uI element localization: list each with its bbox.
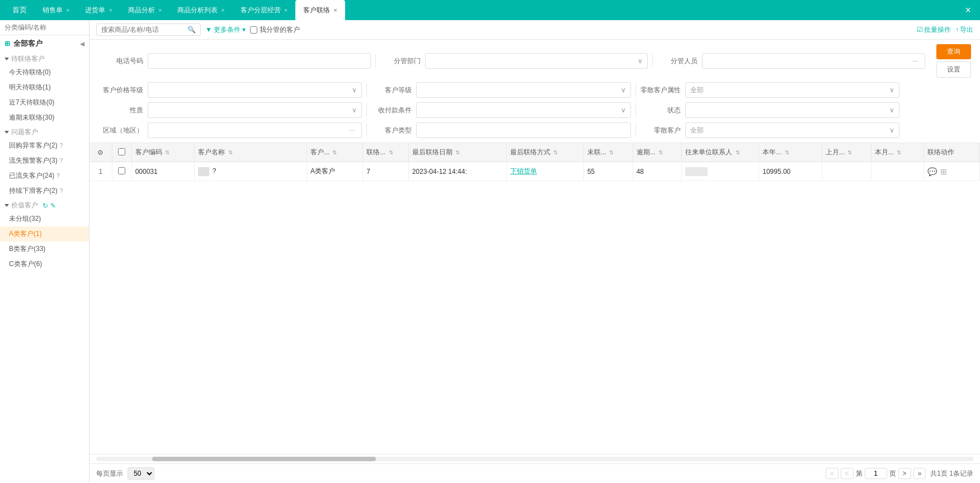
sidebar-item-today[interactable]: 今天待联络(0): [0, 65, 89, 80]
nav-tab-customer-tier[interactable]: 客户分层经营 ×: [233, 0, 295, 20]
retail-attr-select[interactable]: 全部 ∨: [685, 82, 899, 98]
close-tab-customer-tier[interactable]: ×: [284, 7, 288, 13]
nature-select[interactable]: ∨: [148, 102, 362, 118]
help-icon-loss-warning[interactable]: ?: [60, 158, 63, 164]
row-last-method[interactable]: 下销货单: [507, 162, 584, 181]
collapse-sidebar-icon[interactable]: ◀: [80, 41, 84, 47]
row-checkbox[interactable]: [118, 167, 125, 174]
dept-select[interactable]: ∨: [425, 53, 648, 69]
help-icon-lost[interactable]: ?: [56, 173, 60, 179]
sidebar-item-tomorrow[interactable]: 明天待联络(1): [0, 80, 89, 95]
select-all-col[interactable]: [112, 143, 131, 162]
sidebar-item-a-class[interactable]: A类客户(1): [0, 226, 89, 242]
nav-tab-analysis[interactable]: 商品分析 ×: [120, 0, 169, 20]
row-last-date: 2023-04-12 14:44:: [408, 162, 506, 181]
nav-tab-purchase[interactable]: 进货单 ×: [77, 0, 120, 20]
next-page-btn[interactable]: >: [898, 468, 911, 479]
sidebar-item-c-class[interactable]: C类客户(6): [0, 257, 89, 272]
settings-btn[interactable]: 设置: [936, 61, 971, 78]
col-overdue[interactable]: 逾期... ⇅: [633, 143, 682, 162]
sidebar-item-declining[interactable]: 持续下滑客户(2) ?: [0, 183, 89, 198]
col-name[interactable]: 客户名称 ⇅: [195, 143, 307, 162]
value-refresh-icon[interactable]: ↻: [43, 202, 48, 210]
page-number-input[interactable]: [865, 468, 887, 479]
phone-input[interactable]: [148, 53, 371, 69]
row-annual: 10995.00: [759, 162, 822, 181]
nav-tab-customer-contact[interactable]: 客户联络 ×: [295, 0, 345, 20]
row-checkbox-cell[interactable]: [112, 162, 131, 181]
sidebar-search-input[interactable]: [4, 23, 88, 31]
sort-annual-icon: ⇅: [785, 149, 789, 155]
col-last-month[interactable]: 上月... ⇅: [822, 143, 871, 162]
sidebar-item-loss-warning[interactable]: 流失预警客户(3) ?: [0, 153, 89, 168]
my-customers-checkbox[interactable]: 我分管的客户: [250, 25, 300, 35]
col-unit-contact[interactable]: 往来单位联系人 ⇅: [682, 143, 759, 162]
retail-customer-select[interactable]: 全部 ∨: [685, 122, 899, 138]
page-size-select[interactable]: 50: [128, 467, 154, 480]
select-all-checkbox[interactable]: [118, 148, 125, 155]
checkbox-batch-icon: ☑: [917, 26, 923, 34]
nav-tab-sales[interactable]: 销售单 ×: [35, 0, 77, 20]
col-not-contacted[interactable]: 未联... ⇅: [583, 143, 633, 162]
manager-dots[interactable]: ···: [910, 57, 920, 65]
region-dots[interactable]: ···: [347, 126, 357, 134]
sidebar-item-repurchase[interactable]: 回购异常客户(2) ?: [0, 138, 89, 153]
filter-status: 状态 ∨: [636, 102, 904, 118]
chat-action-icon[interactable]: 💬: [927, 167, 937, 176]
close-tab-purchase[interactable]: ×: [109, 7, 112, 13]
row-last-month: [822, 162, 871, 181]
sidebar-item-overdue[interactable]: 逾期未联络(30): [0, 110, 89, 125]
settings-col[interactable]: ⚙: [89, 143, 112, 162]
close-tab-customer-contact[interactable]: ×: [333, 7, 337, 13]
main-layout: 🔍 ⊞ 全部客户 ◀ 待联络客户 今天待联络(0) 明天待联络(1) 近7天待联…: [0, 20, 980, 483]
col-annual[interactable]: 本年... ⇅: [759, 143, 822, 162]
value-edit-icon[interactable]: ✎: [50, 202, 56, 210]
filter-search-input[interactable]: [101, 26, 185, 34]
col-this-month[interactable]: 本月... ⇅: [871, 143, 924, 162]
payment-chevron: ∨: [621, 106, 626, 114]
customer-type-select[interactable]: [416, 122, 630, 138]
col-contact[interactable]: 联络... ⇅: [363, 143, 408, 162]
sidebar-pending-group[interactable]: 待联络客户: [0, 52, 89, 65]
manager-select[interactable]: ···: [702, 53, 925, 69]
row-this-month: [871, 162, 924, 181]
help-icon-declining[interactable]: ?: [60, 188, 63, 194]
sidebar-item-ungrouped[interactable]: 未分组(32): [0, 211, 89, 226]
sidebar-item-b-class[interactable]: B类客户(33): [0, 242, 89, 257]
customer-level-select[interactable]: ∨: [416, 82, 630, 98]
region-select[interactable]: ···: [148, 122, 362, 138]
scrollbar-thumb[interactable]: [152, 457, 376, 461]
price-level-select[interactable]: ∨: [148, 82, 362, 98]
sidebar-value-group[interactable]: 价值客户 ↻ ✎: [0, 198, 89, 211]
close-tab-analysis-list[interactable]: ×: [221, 7, 224, 13]
last-page-btn[interactable]: »: [913, 468, 926, 479]
window-close-btn[interactable]: ×: [960, 4, 976, 16]
nav-home[interactable]: 首页: [4, 0, 35, 20]
batch-ops-btn[interactable]: ☑ 批量操作: [917, 25, 951, 35]
prev-page-btn[interactable]: <: [841, 468, 854, 479]
first-page-btn[interactable]: «: [826, 468, 838, 479]
query-btn[interactable]: 查询: [936, 44, 971, 59]
more-conditions-btn[interactable]: ▼ 更多条件 ▾: [205, 25, 246, 35]
export-btn[interactable]: ↑ 导出: [955, 25, 973, 35]
qr-action-icon[interactable]: ⊞: [940, 167, 947, 176]
nav-tab-analysis-list[interactable]: 商品分析列表 ×: [169, 0, 232, 20]
col-last-method[interactable]: 最后联络方式 ⇅: [507, 143, 584, 162]
sidebar-item-7days[interactable]: 近7天待联络(0): [0, 95, 89, 110]
help-icon-repurchase[interactable]: ?: [60, 143, 63, 149]
close-tab-sales[interactable]: ×: [66, 7, 69, 13]
sidebar-item-lost[interactable]: 已流失客户(24) ?: [0, 168, 89, 183]
filter-search-box: 🔍: [96, 23, 201, 36]
sidebar-all-customers[interactable]: ⊞ 全部客户 ◀: [0, 35, 89, 52]
my-customers-check[interactable]: [250, 26, 257, 34]
status-select[interactable]: ∨: [685, 102, 899, 118]
col-type[interactable]: 客户... ⇅: [307, 143, 362, 162]
sort-last-method-icon: ⇅: [553, 149, 558, 155]
filter-price-level: 客户价格等级 ∨: [98, 82, 366, 98]
filter-search-icon[interactable]: 🔍: [187, 26, 196, 34]
col-code[interactable]: 客户编码 ⇅: [131, 143, 195, 162]
sidebar-problem-group[interactable]: 问题客户: [0, 125, 89, 138]
col-last-date[interactable]: 最后联络日期 ⇅: [408, 143, 506, 162]
close-tab-analysis[interactable]: ×: [158, 7, 162, 13]
payment-select[interactable]: ∨: [416, 102, 630, 118]
